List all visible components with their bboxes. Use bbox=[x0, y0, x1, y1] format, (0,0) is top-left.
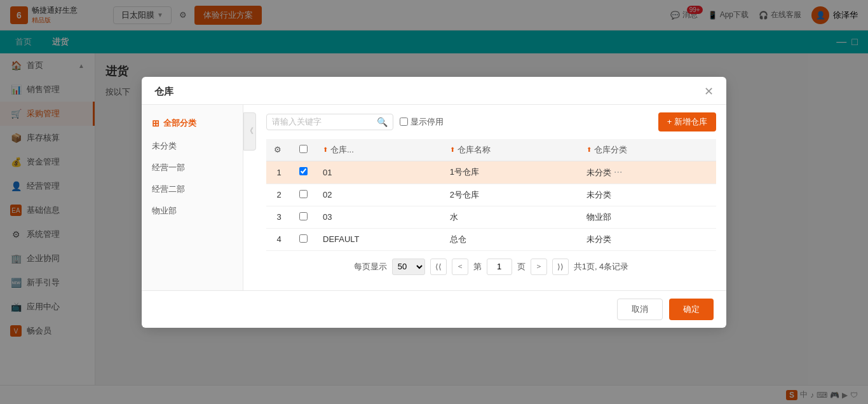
warehouse-table: ⚙ ⬆ 仓库... bbox=[266, 139, 716, 251]
row-name: 总仓 bbox=[442, 228, 580, 250]
row-name: 2号仓库 bbox=[442, 184, 580, 206]
row-code: 02 bbox=[315, 184, 442, 206]
row-checkbox-cell bbox=[292, 206, 315, 228]
modal-body: ⊞ 全部分类 未分类 经营一部 经营二部 物业部 《 🔍 bbox=[142, 105, 726, 290]
table-row: 1 01 1号仓库 未分类 ··· bbox=[266, 161, 716, 184]
warehouse-modal: 仓库 ✕ ⊞ 全部分类 未分类 经营一部 经营二部 物业部 《 bbox=[142, 77, 726, 328]
modal-main: 🔍 显示停用 + 新增仓库 ⚙ bbox=[256, 105, 726, 290]
prev-page-button[interactable]: ＜ bbox=[452, 259, 468, 275]
last-page-button[interactable]: ⟩⟩ bbox=[552, 259, 569, 275]
row-checkbox[interactable] bbox=[299, 234, 308, 243]
modal-sidebar-header[interactable]: ⊞ 全部分类 bbox=[142, 112, 243, 135]
row-checkbox-cell bbox=[292, 184, 315, 206]
row-code: 03 bbox=[315, 206, 442, 228]
row-num: 2 bbox=[276, 190, 281, 199]
modal-toolbar: 🔍 显示停用 + 新增仓库 bbox=[266, 112, 716, 131]
search-icon: 🔍 bbox=[377, 117, 388, 127]
table-container: ⚙ ⬆ 仓库... bbox=[266, 139, 716, 251]
sort-icon-category: ⬆ bbox=[587, 146, 592, 153]
modal-close-button[interactable]: ✕ bbox=[704, 86, 714, 97]
pagination: 每页显示 50 10 20 100 ⟨⟨ ＜ 第 页 ＞ ⟩⟩ 共1页, 4条记… bbox=[266, 251, 716, 283]
grid-icon: ⊞ bbox=[152, 118, 159, 128]
row-code: 01 bbox=[315, 161, 442, 184]
row-actions: 4 bbox=[266, 228, 292, 250]
row-category: 未分类 bbox=[579, 184, 716, 206]
modal-overlay[interactable]: 仓库 ✕ ⊞ 全部分类 未分类 经营一部 经营二部 物业部 《 bbox=[0, 0, 868, 404]
confirm-button[interactable]: 确定 bbox=[669, 299, 714, 320]
row-actions: 2 bbox=[266, 184, 292, 206]
th-name[interactable]: ⬆ 仓库名称 bbox=[442, 139, 580, 161]
per-page-select[interactable]: 50 10 20 100 bbox=[392, 259, 425, 275]
sidebar-collapse-button[interactable]: 《 bbox=[243, 112, 256, 151]
row-checkbox[interactable] bbox=[299, 167, 308, 175]
modal-sidebar-item-property[interactable]: 物业部 bbox=[142, 200, 243, 222]
modal-sidebar-item-ops1[interactable]: 经营一部 bbox=[142, 157, 243, 178]
row-checkbox[interactable] bbox=[299, 212, 308, 220]
row-actions: 3 bbox=[266, 206, 292, 228]
row-category: 物业部 bbox=[579, 206, 716, 228]
row-category: 未分类 bbox=[579, 228, 716, 250]
th-code[interactable]: ⬆ 仓库... bbox=[315, 139, 442, 161]
show-disabled-checkbox[interactable] bbox=[400, 118, 408, 126]
table-row: 4 DEFAULT 总仓 未分类 bbox=[266, 228, 716, 250]
search-input[interactable] bbox=[272, 117, 373, 126]
modal-title: 仓库 bbox=[154, 86, 173, 98]
modal-sidebar-item-unclassified[interactable]: 未分类 bbox=[142, 135, 243, 157]
new-warehouse-button[interactable]: + 新增仓库 bbox=[658, 112, 716, 131]
table-header-row: ⚙ ⬆ 仓库... bbox=[266, 139, 716, 161]
table-row: 3 03 水 物业部 bbox=[266, 206, 716, 228]
page-input[interactable] bbox=[487, 259, 512, 275]
row-category: 未分类 ··· bbox=[579, 161, 716, 184]
row-num: 1 bbox=[276, 168, 281, 177]
table-row: 2 02 2号仓库 未分类 bbox=[266, 184, 716, 206]
first-page-button[interactable]: ⟨⟨ bbox=[430, 259, 447, 275]
search-box: 🔍 bbox=[266, 114, 393, 130]
th-settings: ⚙ bbox=[266, 139, 292, 161]
row-num: 4 bbox=[276, 234, 281, 244]
row-more-button[interactable]: ··· bbox=[614, 166, 622, 178]
sort-icon-code: ⬆ bbox=[323, 146, 328, 153]
row-checkbox-cell bbox=[292, 228, 315, 250]
row-name: 1号仓库 bbox=[442, 161, 580, 184]
row-num: 3 bbox=[276, 212, 281, 222]
sort-icon-name: ⬆ bbox=[450, 146, 455, 153]
row-checkbox-cell bbox=[292, 161, 315, 184]
modal-header: 仓库 ✕ bbox=[142, 77, 726, 105]
show-disabled-label[interactable]: 显示停用 bbox=[400, 116, 444, 128]
next-page-button[interactable]: ＞ bbox=[531, 259, 547, 275]
select-all-checkbox[interactable] bbox=[299, 145, 308, 153]
modal-sidebar: ⊞ 全部分类 未分类 经营一部 经营二部 物业部 bbox=[142, 105, 243, 290]
row-actions: 1 bbox=[266, 161, 292, 184]
settings-icon: ⚙ bbox=[274, 145, 281, 154]
row-name: 水 bbox=[442, 206, 580, 228]
th-category[interactable]: ⬆ 仓库分类 bbox=[579, 139, 716, 161]
row-checkbox[interactable] bbox=[299, 190, 308, 198]
modal-footer: 取消 确定 bbox=[142, 290, 726, 328]
cancel-button[interactable]: 取消 bbox=[617, 299, 663, 320]
th-checkbox bbox=[292, 139, 315, 161]
row-code: DEFAULT bbox=[315, 228, 442, 250]
modal-sidebar-item-ops2[interactable]: 经营二部 bbox=[142, 178, 243, 200]
